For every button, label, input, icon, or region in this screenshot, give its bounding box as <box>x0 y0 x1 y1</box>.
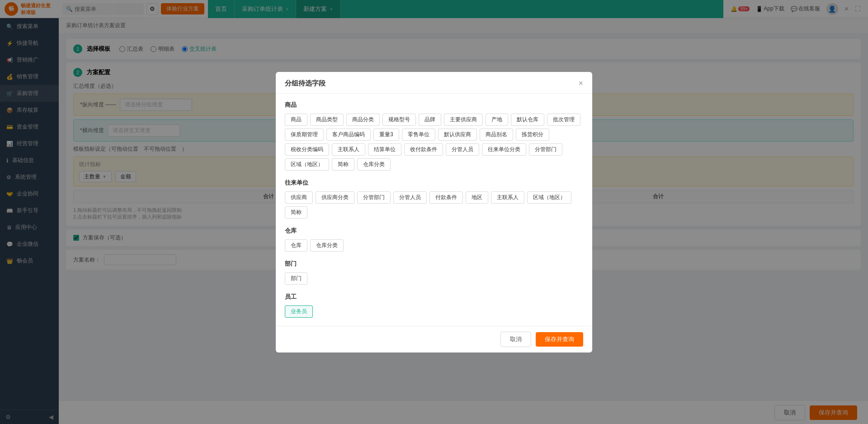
dialog-header: 分组待选字段 × <box>276 72 592 94</box>
department-fields: 部门 <box>285 272 583 285</box>
field-tag[interactable]: 品牌 <box>419 114 441 126</box>
dialog-body: 商品 商品 商品类型 商品分类 规格型号 品牌 主要供应商 产地 默认仓库 批次… <box>276 94 592 326</box>
field-tag[interactable]: 规格型号 <box>382 114 416 126</box>
section-products: 商品 商品 商品类型 商品分类 规格型号 品牌 主要供应商 产地 默认仓库 批次… <box>285 101 583 171</box>
field-tag[interactable]: 主联系人 <box>332 143 365 156</box>
dialog: 分组待选字段 × 商品 商品 商品类型 商品分类 规格型号 品牌 主要供应商 产… <box>276 72 592 353</box>
field-tag[interactable]: 分管人员 <box>393 191 427 204</box>
section-department-title: 部门 <box>285 260 583 268</box>
products-fields: 商品 商品类型 商品分类 规格型号 品牌 主要供应商 产地 默认仓库 批次管理 … <box>285 114 583 171</box>
section-products-title: 商品 <box>285 101 583 109</box>
field-tag[interactable]: 收付款条件 <box>404 143 443 156</box>
dialog-cancel-btn[interactable]: 取消 <box>500 332 531 347</box>
field-tag[interactable]: 分管人员 <box>446 143 479 156</box>
field-tag[interactable]: 产地 <box>486 114 508 126</box>
field-tag[interactable]: 商品分类 <box>346 114 380 126</box>
field-tag[interactable]: 区域（地区） <box>285 158 329 171</box>
field-tag[interactable]: 重量3 <box>373 129 399 141</box>
field-tag[interactable]: 默认仓库 <box>511 114 544 126</box>
field-tag-salesperson[interactable]: 业务员 <box>285 305 313 318</box>
field-tag[interactable]: 地区 <box>466 191 488 204</box>
warehouse-fields: 仓库 仓库分类 <box>285 239 583 252</box>
field-tag[interactable]: 拣货积分 <box>516 129 549 141</box>
field-tag[interactable]: 仓库分类 <box>310 239 344 252</box>
dialog-overlay: 分组待选字段 × 商品 商品 商品类型 商品分类 规格型号 品牌 主要供应商 产… <box>0 0 868 424</box>
field-tag[interactable]: 保质期管理 <box>285 129 324 141</box>
partners-fields: 供应商 供应商分类 分管部门 分管人员 付款条件 地区 主联系人 区域（地区） … <box>285 191 583 219</box>
field-tag[interactable]: 供应商 <box>285 191 313 204</box>
field-tag[interactable]: 客户商品编码 <box>326 129 371 141</box>
section-partners: 往来单位 供应商 供应商分类 分管部门 分管人员 付款条件 地区 主联系人 区域… <box>285 179 583 219</box>
field-tag[interactable]: 主联系人 <box>491 191 524 204</box>
section-employee: 员工 业务员 <box>285 293 583 318</box>
field-tag[interactable]: 往来单位分类 <box>482 143 526 156</box>
section-warehouse-title: 仓库 <box>285 227 583 235</box>
dialog-close-btn[interactable]: × <box>578 79 583 87</box>
field-tag[interactable]: 付款条件 <box>429 191 463 204</box>
field-tag[interactable]: 区域（地区） <box>527 191 571 204</box>
field-tag[interactable]: 部门 <box>285 272 307 285</box>
field-tag[interactable]: 供应商分类 <box>316 191 354 204</box>
field-tag[interactable]: 仓库分类 <box>357 158 391 171</box>
field-tag[interactable]: 默认供应商 <box>438 129 477 141</box>
field-tag[interactable]: 简称 <box>285 206 307 219</box>
field-tag[interactable]: 结算单位 <box>368 143 401 156</box>
employee-fields: 业务员 <box>285 305 583 318</box>
field-tag[interactable]: 主要供应商 <box>444 114 483 126</box>
field-tag[interactable]: 商品类型 <box>310 114 344 126</box>
section-partners-title: 往来单位 <box>285 179 583 187</box>
section-warehouse: 仓库 仓库 仓库分类 <box>285 227 583 252</box>
field-tag[interactable]: 商品 <box>285 114 307 126</box>
field-tag[interactable]: 仓库 <box>285 239 307 252</box>
field-tag[interactable]: 零售单位 <box>402 129 435 141</box>
field-tag[interactable]: 分管部门 <box>529 143 562 156</box>
dialog-title: 分组待选字段 <box>285 79 326 88</box>
section-employee-title: 员工 <box>285 293 583 301</box>
field-tag[interactable]: 税收分类编码 <box>285 143 329 156</box>
field-tag[interactable]: 简称 <box>332 158 354 171</box>
section-department: 部门 部门 <box>285 260 583 285</box>
dialog-footer: 取消 保存并查询 <box>276 326 592 353</box>
dialog-confirm-btn[interactable]: 保存并查询 <box>536 332 583 347</box>
field-tag[interactable]: 批次管理 <box>547 114 580 126</box>
field-tag[interactable]: 商品别名 <box>480 129 513 141</box>
field-tag[interactable]: 分管部门 <box>357 191 391 204</box>
